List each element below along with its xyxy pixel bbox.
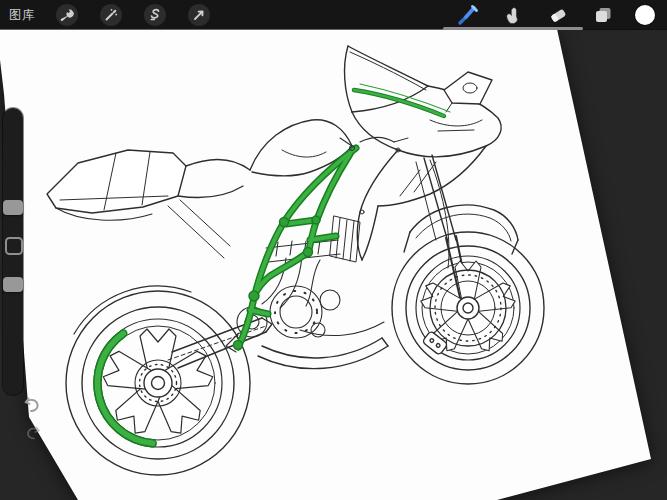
- trellis-frame: [234, 148, 357, 350]
- magic-wand-icon: [104, 8, 118, 22]
- eraser-icon: [548, 5, 568, 25]
- canvas-wrap: [0, 0, 667, 500]
- color-swatch[interactable]: [635, 5, 655, 25]
- motorcycle-drawing: [0, 0, 667, 500]
- bodywork-rear: [47, 150, 250, 258]
- fairing-green-stripe: [354, 84, 450, 116]
- toolbar-shadow-strip: [443, 27, 583, 31]
- erase-button[interactable]: [546, 3, 570, 27]
- modify-button[interactable]: [5, 237, 23, 255]
- transform-button[interactable]: [188, 4, 210, 26]
- app-stage: 图库: [0, 0, 667, 500]
- wrench-icon: [60, 8, 74, 22]
- actions-button[interactable]: [56, 4, 78, 26]
- layers-icon: [593, 5, 613, 25]
- smudge-button[interactable]: [501, 3, 525, 27]
- undo-arrow-icon: [20, 396, 42, 416]
- brush-icon: [457, 4, 479, 26]
- front-fairing: [340, 46, 501, 260]
- front-wheel: [392, 232, 544, 384]
- brush-size-slider-handle[interactable]: [3, 200, 23, 215]
- top-toolbar: 图库: [0, 0, 667, 29]
- selection-button[interactable]: [144, 4, 166, 26]
- gallery-button[interactable]: 图库: [0, 0, 45, 29]
- selection-s-icon: [148, 8, 162, 22]
- undo-button[interactable]: [20, 396, 42, 416]
- layers-button[interactable]: [591, 3, 615, 27]
- paint-tool-group: [445, 0, 667, 29]
- opacity-slider-handle[interactable]: [3, 277, 23, 292]
- redo-arrow-icon: [24, 425, 44, 443]
- paint-button[interactable]: [456, 3, 480, 27]
- redo-button[interactable]: [24, 425, 46, 445]
- drawing-canvas[interactable]: [0, 0, 667, 500]
- adjustments-button[interactable]: [100, 4, 122, 26]
- smudge-finger-icon: [503, 5, 523, 25]
- rear-wheel: [66, 291, 250, 475]
- arrow-cursor-icon: [192, 8, 206, 22]
